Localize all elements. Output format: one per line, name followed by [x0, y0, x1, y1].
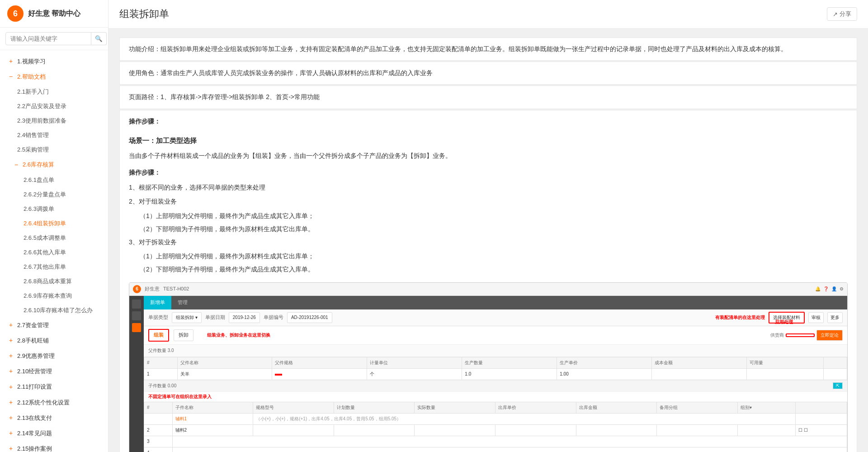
sidebar-sub-2-6-7[interactable]: 2.6.7其他出库单: [0, 260, 108, 274]
mock-icon-user: 👤: [831, 285, 837, 293]
step-3: 3、对于拆装业务: [129, 237, 848, 248]
sub-td-2-5: [415, 424, 495, 436]
sub-td-4-1: 4: [144, 447, 173, 452]
mock-icon-3: [132, 323, 141, 332]
table-row-1: 1 关羊 个 1.0 1.00: [144, 368, 847, 380]
search-box[interactable]: 🔍: [0, 28, 108, 50]
sub-td-4-span: [172, 447, 847, 452]
main-content-area: 组装拆卸单 ↗ 分享 功能介绍：组装拆卸单用来处理企业组装或拆卸等加工业务，支持…: [108, 0, 868, 452]
role-text: 使用角色：通常由生产人员或库管人员完成拆装业务的操作，库管人员确认原材料的出库和…: [129, 69, 433, 76]
mock-upper-table: # 父件名称 父件规格 计量单位 生产数量 生产单价 成本金额 可用量: [144, 357, 847, 380]
sub-th-10: [796, 402, 847, 413]
page-title: 组装拆卸单: [119, 7, 169, 21]
sidebar-sub-2-6-4[interactable]: 2.6.4组装拆卸单: [0, 216, 108, 231]
ops-block: 操作步骤： 场景一：加工类型选择 当由多个子件材料组装成一个成品的业务为【组装】…: [119, 110, 857, 452]
sidebar-sub-2-6-6[interactable]: 2.6.6其他入库单: [0, 245, 108, 260]
th-5: 生产数量: [462, 357, 557, 368]
sidebar-sub-2-6-8[interactable]: 2.6.8商品成本重算: [0, 274, 108, 289]
share-button[interactable]: ↗ 分享: [827, 7, 857, 21]
sidebar-item-2-12[interactable]: + 2.12系统个性化设置: [0, 395, 108, 410]
sidebar-sub-2-4[interactable]: 2.4销售管理: [0, 128, 108, 143]
sub-th-6: 出库单价: [495, 402, 576, 413]
minus-icon-2-6: −: [13, 161, 20, 168]
plus-icon-2-9: +: [7, 352, 14, 360]
td-1-3: [272, 368, 367, 380]
sidebar-item-2-6[interactable]: − 2.6库存核算: [0, 157, 108, 172]
mock-icon-1: [132, 300, 141, 309]
sidebar-header: 6 好生意 帮助中心: [0, 0, 108, 28]
th-4: 计量单位: [367, 357, 462, 368]
mock-logo: 6: [133, 285, 141, 293]
main-content: 功能介绍：组装拆卸单用来处理企业组装或拆卸等加工业务，支持有固定装配清单的产品加…: [108, 29, 868, 452]
sub-td-1-span: （小(+)，小(+)，规格(+1)，出库4.05，出库4.05，普用5.05，组…: [253, 413, 796, 424]
sidebar-item-2-9[interactable]: + 2.9优惠券管理: [0, 348, 108, 364]
sub-td-1-9: [796, 413, 847, 424]
sidebar-item-2-14[interactable]: + 2.14常见问题: [0, 426, 108, 441]
sidebar-sub-2-6-10[interactable]: 2.6.10库存账本错了怎么办: [0, 303, 108, 318]
sidebar-sub-2-6-2[interactable]: 2.6.2分量盘点单: [0, 187, 108, 202]
mock-confirm-btn: 立即定论: [816, 330, 843, 341]
scenario1-desc: 当由多个子件材料组装成一个成品的业务为【组装】业务，当由一个父件拆分成多个子产品…: [129, 150, 848, 162]
mock-top-bar: 6 好生意 TEST-H002 🔔 ❓ 👤 ⚙: [129, 283, 847, 296]
sub-row-4: 4: [144, 447, 847, 452]
plus-icon-2-14: +: [7, 430, 14, 437]
sidebar-sub-2-6-9[interactable]: 2.6.9库存账本查询: [0, 289, 108, 303]
sub-td-3-1: 3: [144, 436, 173, 447]
sidebar-item-docs[interactable]: − 2.帮助文档: [0, 69, 108, 85]
mock-supplier-input: [786, 333, 815, 337]
sub-th-8: 备用分组: [657, 402, 738, 413]
path-block: 页面路径：1、库存核算->库存管理->组装拆卸单 2、首页->常用功能: [119, 86, 857, 109]
mock-icon-2: [132, 311, 141, 320]
sidebar-item-docs-label: 2.帮助文档: [17, 73, 46, 81]
screenshot-container: 6 好生意 TEST-H002 🔔 ❓ 👤 ⚙: [129, 282, 848, 452]
step-list: 1、根据不同的业务，选择不同单据的类型来处理 2、对于组装业务 （1）上部明细为…: [129, 182, 848, 275]
sub-td-2-8: [657, 424, 738, 436]
sub-td-2-4: [334, 424, 415, 436]
sidebar-sub-2-3[interactable]: 2.3使用前数据准备: [0, 114, 108, 128]
sidebar-item-videos[interactable]: + 1.视频学习: [0, 54, 108, 69]
sub-td-2-2: 辅料2: [172, 424, 253, 436]
sub-th-7: 出库金额: [576, 402, 657, 413]
search-input[interactable]: [5, 32, 91, 45]
search-button[interactable]: 🔍: [91, 32, 107, 45]
sidebar-sub-2-2[interactable]: 2.2产品安装及登录: [0, 99, 108, 114]
td-1-1: 1: [144, 368, 178, 380]
logo-icon: 6: [7, 5, 24, 22]
mock-disassemble-btn: 拆卸: [174, 329, 193, 341]
plus-icon-2-7: +: [7, 322, 14, 329]
sidebar-item-2-15[interactable]: + 2.15操作案例: [0, 441, 108, 452]
mock-tabs: 新增单 管理: [144, 296, 847, 309]
sidebar-sub-2-5[interactable]: 2.5采购管理: [0, 143, 108, 157]
mock-lower-label: 子件数量 0.00: [148, 382, 176, 390]
sidebar-item-2-7[interactable]: + 2.7资金管理: [0, 318, 108, 333]
sidebar-sub-2-6-5[interactable]: 2.6.5成本调整单: [0, 231, 108, 245]
td-1-7: [652, 368, 747, 380]
sidebar-sub-2-6-3[interactable]: 2.6.3调拨单: [0, 202, 108, 216]
plus-icon-2-13: +: [7, 414, 14, 422]
mock-icon-sidebar: [129, 296, 144, 452]
mock-toolbar: 单据类型 组装拆卸 ▾ 单据日期 2019-12-26 单据编号 AD-2019…: [144, 309, 847, 326]
sub-td-1-1: [144, 413, 173, 424]
sub-row-1: 辅料1 （小(+)，小(+)，规格(+1)，出库4.05，出库4.05，普用5.…: [144, 413, 847, 424]
td-1-5: 1.0: [462, 368, 557, 380]
logo-text: 好生意 帮助中心: [28, 9, 80, 19]
sidebar-sub-2-6-1[interactable]: 2.6.1盘点单: [0, 173, 108, 187]
sub-td-2-3: [253, 424, 334, 436]
sidebar-item-2-10[interactable]: + 2.10经营管理: [0, 364, 108, 379]
path-text: 页面路径：1、库存核算->库存管理->组装拆卸单 2、首页->常用功能: [129, 93, 320, 100]
sub-td-3-span: [172, 436, 847, 447]
mock-label-date: 单据日期: [205, 313, 225, 322]
sidebar-sub-2-1[interactable]: 2.1新手入门: [0, 85, 108, 99]
share-icon: ↗: [833, 11, 838, 18]
mock-tab-new: 新增单: [144, 296, 171, 309]
scenario1-title: 场景一：加工类型选择: [129, 134, 848, 147]
sidebar-item-2-11[interactable]: + 2.11打印设置: [0, 379, 108, 395]
sub-td-1-2: 辅料1: [172, 413, 253, 424]
mock-body: 新增单 管理 单据类型 组装拆卸 ▾ 单据日期: [129, 296, 847, 452]
sub-th-2: 子件名称: [172, 402, 253, 413]
sub-th-1: #: [144, 402, 173, 413]
sidebar-item-2-13[interactable]: + 2.13在线支付: [0, 410, 108, 426]
mock-lower-label-row: 子件数量 0.00 ⇱: [144, 380, 847, 392]
plus-icon-2-10: +: [7, 368, 14, 375]
sidebar-item-2-8[interactable]: + 2.8手机旺铺: [0, 333, 108, 348]
